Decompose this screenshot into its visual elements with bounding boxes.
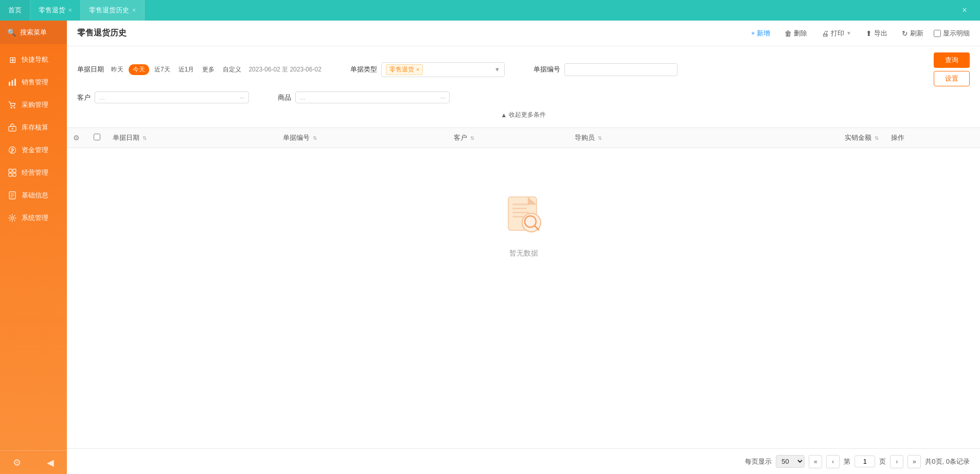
goods-select[interactable]: ... ···	[295, 92, 450, 103]
export-btn[interactable]: ⬆ 导出	[862, 27, 892, 40]
tab-retail-return-history[interactable]: 零售退货历史 ×	[81, 0, 145, 21]
tab-retail-return-history-close[interactable]: ×	[132, 7, 136, 14]
th-guide-label: 导购员	[575, 134, 595, 141]
sidebar-collapse-btn[interactable]: ◀	[47, 457, 54, 468]
search-menu-btn[interactable]: 🔍 搜索菜单	[0, 21, 67, 44]
date-btn-today[interactable]: 今天	[129, 64, 149, 75]
prev-page-btn[interactable]: ‹	[826, 455, 840, 468]
th-guide[interactable]: 导购员 ⇅	[568, 128, 714, 148]
collapse-btn[interactable]: ▲ 收起更多条件	[77, 108, 970, 121]
th-action: 操作	[885, 128, 980, 148]
filter-section: 单据日期 昨天 今天 近7天 近1月 更多 自定义 2023-06-02 至 2…	[67, 46, 980, 128]
pagination-bar: 每页显示 20 50 100 « ‹ 第 1 页 › » 共0页, 0条记录	[67, 448, 980, 474]
table-section: ⚙ 单据日期 ⇅ 单据编号 ⇅	[67, 128, 980, 448]
sidebar-item-finance[interactable]: 资金管理	[0, 139, 67, 161]
date-btn-yesterday[interactable]: 昨天	[108, 64, 127, 75]
delete-btn-label: 删除	[794, 29, 807, 38]
sidebar-item-sales-mgmt[interactable]: 销售管理	[0, 71, 67, 94]
sidebar-settings-btn[interactable]: ⚙	[13, 457, 21, 468]
inventory-icon	[7, 122, 17, 133]
show-detail-wrapper: 显示明细	[934, 29, 970, 38]
th-actual-amount[interactable]: 实销金额 ⇅	[715, 128, 885, 148]
sidebar-item-operations-label: 经营管理	[22, 168, 48, 177]
svg-rect-8	[9, 169, 12, 172]
th-actual-amount-label: 实销金额	[845, 134, 871, 141]
sidebar-item-operations[interactable]: 经营管理	[0, 161, 67, 184]
sidebar: 🔍 搜索菜单 ⊞ 快捷导航 销售管理 采购管理	[0, 21, 67, 474]
per-page-select[interactable]: 20 50 100	[776, 455, 805, 468]
date-shortcuts: 昨天 今天 近7天 近1月 更多 自定义	[108, 64, 244, 75]
goods-filter-group: 商品 ... ···	[278, 92, 450, 103]
th-customer[interactable]: 客户 ⇅	[448, 128, 568, 148]
tab-retail-return-close[interactable]: ×	[68, 7, 72, 14]
goods-placeholder: ...	[300, 94, 306, 101]
filter-row-2: 客户 ... ··· 商品 ... ···	[77, 92, 970, 103]
page-header: 零售退货历史 + 新增 🗑 删除 🖨 打印 ▼ ⬆ 导出	[67, 21, 980, 46]
add-btn[interactable]: + 新增	[747, 27, 774, 40]
sidebar-item-sales-mgmt-label: 销售管理	[22, 78, 48, 87]
doc-no-input[interactable]	[564, 63, 678, 76]
th-settings: ⚙	[67, 128, 87, 148]
sidebar-bottom: ⚙ ◀	[0, 450, 67, 474]
delete-icon: 🗑	[785, 29, 792, 38]
customer-filter-group: 客户 ... ···	[77, 92, 249, 103]
th-doc-no[interactable]: 单据编号 ⇅	[277, 128, 447, 148]
date-range-display: 2023-06-02 至 2023-06-02	[248, 65, 321, 74]
show-detail-checkbox[interactable]	[934, 30, 941, 37]
svg-rect-9	[13, 169, 16, 172]
customer-placeholder: ...	[99, 94, 105, 101]
svg-rect-16	[512, 208, 527, 209]
svg-point-3	[11, 107, 12, 108]
tab-retail-return[interactable]: 零售退货 ×	[30, 0, 81, 21]
sidebar-item-inventory[interactable]: 库存核算	[0, 116, 67, 139]
table-body: 暂无数据	[67, 148, 980, 300]
sidebar-item-basic-info[interactable]: 基础信息	[0, 184, 67, 207]
date-btn-1month[interactable]: 近1月	[175, 64, 198, 75]
sidebar-item-inventory-label: 库存核算	[22, 123, 48, 132]
sidebar-item-quick-nav[interactable]: ⊞ 快捷导航	[0, 48, 67, 71]
first-page-btn[interactable]: «	[809, 455, 822, 468]
date-btn-more[interactable]: 更多	[199, 64, 218, 75]
close-window-btn[interactable]: ×	[957, 3, 972, 17]
th-doc-date[interactable]: 单据日期 ⇅	[106, 128, 277, 148]
print-dropdown-icon: ▼	[846, 30, 851, 36]
th-doc-no-label: 单据编号	[283, 134, 310, 141]
doc-type-select[interactable]: 零售退货 × ▼	[381, 62, 505, 77]
add-btn-label: + 新增	[751, 29, 770, 38]
page-number-input[interactable]: 1	[854, 455, 875, 467]
date-btn-7days[interactable]: 近7天	[151, 64, 173, 75]
customer-select[interactable]: ... ···	[95, 92, 249, 103]
tab-home[interactable]: 首页	[0, 0, 30, 21]
query-btn[interactable]: 查询	[934, 52, 970, 68]
table-settings-icon[interactable]: ⚙	[73, 134, 80, 142]
filter-settings-btn[interactable]: 设置	[934, 71, 970, 86]
select-all-checkbox[interactable]	[94, 134, 100, 140]
tab-home-label: 首页	[8, 6, 22, 15]
page-suffix: 页	[879, 457, 886, 466]
delete-btn[interactable]: 🗑 删除	[780, 27, 811, 40]
empty-state: 暂无数据	[67, 148, 980, 299]
customer-label: 客户	[77, 93, 91, 102]
collapse-arrow-icon: ▲	[501, 112, 507, 119]
date-btn-custom[interactable]: 自定义	[220, 64, 244, 75]
doc-type-label: 单据类型	[350, 65, 377, 74]
next-page-btn[interactable]: ›	[890, 455, 903, 468]
export-icon: ⬆	[866, 29, 872, 38]
doc-type-tag-close[interactable]: ×	[416, 66, 419, 72]
sidebar-item-basic-info-label: 基础信息	[22, 191, 48, 200]
filter-row-1: 单据日期 昨天 今天 近7天 近1月 更多 自定义 2023-06-02 至 2…	[77, 52, 970, 86]
last-page-btn[interactable]: »	[907, 455, 921, 468]
svg-rect-1	[12, 80, 13, 86]
refresh-btn[interactable]: ↻ 刷新	[898, 27, 928, 40]
doc-type-filter-group: 单据类型 零售退货 × ▼	[350, 62, 505, 77]
window-controls: ×	[957, 3, 980, 17]
sidebar-item-system-mgmt[interactable]: 系统管理	[0, 207, 67, 229]
tab-retail-return-label: 零售退货	[39, 6, 65, 15]
svg-point-13	[11, 217, 14, 220]
search-menu-label: 搜索菜单	[20, 28, 47, 37]
th-doc-no-sort: ⇅	[313, 135, 317, 141]
print-btn[interactable]: 🖨 打印 ▼	[817, 27, 856, 40]
svg-rect-2	[14, 79, 16, 86]
sidebar-item-purchase-mgmt[interactable]: 采购管理	[0, 94, 67, 116]
th-doc-date-sort: ⇅	[142, 135, 147, 141]
